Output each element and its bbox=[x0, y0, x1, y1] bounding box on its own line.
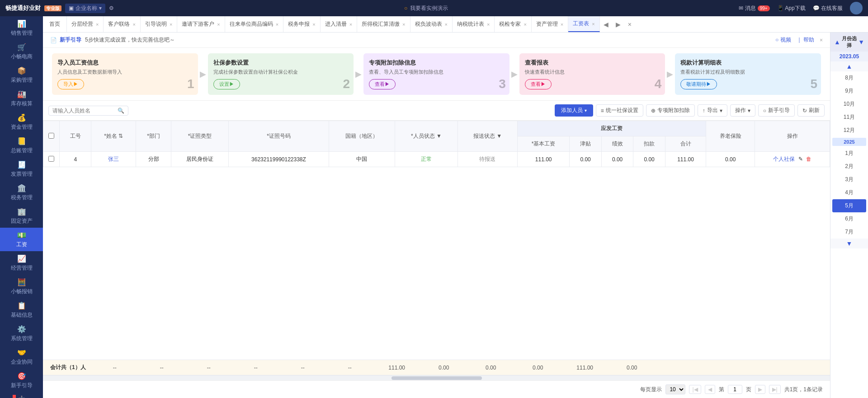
sidebar-item-system[interactable]: ⚙️ 系统管理 bbox=[0, 322, 43, 345]
sidebar-item-purchase[interactable]: 📦 采购管理 bbox=[0, 63, 43, 87]
sidebar-item-invoice[interactable]: 🧾 发票管理 bbox=[0, 157, 43, 181]
tab-tax-report[interactable]: 税务申报 × bbox=[283, 16, 320, 32]
sidebar-item-finance[interactable]: 💰 资金管理 bbox=[0, 110, 43, 134]
tab-tax-exempt[interactable]: 税负波动表 × bbox=[410, 16, 453, 32]
sidebar-item-xiaochang[interactable]: 🛒 小畅电商 bbox=[0, 40, 43, 63]
page-first-btn[interactable]: |◀ bbox=[689, 385, 701, 394]
sidebar-item-sales[interactable]: 📊 销售管理 bbox=[0, 16, 43, 40]
page-next-btn[interactable]: ▶ bbox=[755, 385, 765, 394]
tab-nav-next[interactable]: ▶ bbox=[612, 21, 624, 28]
online-service-btn[interactable]: 💬 在线客服 bbox=[813, 5, 843, 12]
wizard-step-2-btn[interactable]: 设置▶ bbox=[213, 79, 240, 89]
user-switcher[interactable]: ▣ 企业名称 ▾ bbox=[65, 4, 105, 13]
month-10[interactable]: 10月 bbox=[830, 98, 868, 111]
page-number-input[interactable] bbox=[728, 385, 742, 394]
tab-partition[interactable]: 分层经营 × bbox=[67, 16, 104, 32]
tab-close-taxstat[interactable]: × bbox=[487, 22, 490, 27]
month-picker-nav-up[interactable]: ▲ bbox=[830, 61, 868, 71]
action-individual[interactable]: 个人社保 bbox=[773, 156, 795, 162]
month-picker-down[interactable]: ▼ bbox=[858, 38, 864, 46]
sidebar-item-fixed[interactable]: 🏢 固定资产 bbox=[0, 204, 43, 228]
month-4[interactable]: 4月 bbox=[830, 186, 868, 199]
action-delete[interactable]: 🗑 bbox=[806, 156, 811, 162]
special-deduction-btn[interactable]: ⊕ 专项附加扣除 bbox=[646, 104, 695, 117]
month-5-active[interactable]: 5月 bbox=[832, 199, 866, 212]
export-btn[interactable]: ↑ 导出 ▾ bbox=[698, 104, 727, 117]
tab-salary[interactable]: 工资表 × bbox=[568, 16, 599, 32]
sidebar-item-general[interactable]: 📒 总账管理 bbox=[0, 134, 43, 157]
month-3[interactable]: 3月 bbox=[830, 173, 868, 186]
tab-tax-calc[interactable]: 所得税汇算清缴 × bbox=[357, 16, 410, 32]
sidebar-item-expense[interactable]: 🧮 小畅报销 bbox=[0, 275, 43, 298]
wizard-step-1-btn[interactable]: 导入▶ bbox=[57, 79, 84, 89]
operations-btn[interactable]: 操作 ▾ bbox=[730, 104, 755, 117]
unified-settings-btn[interactable]: ≡ 统一社保设置 bbox=[596, 104, 643, 117]
month-2[interactable]: 2月 bbox=[830, 160, 868, 173]
month-8[interactable]: 8月 bbox=[830, 71, 868, 84]
settings-icon[interactable]: ⚙ bbox=[109, 5, 114, 11]
select-all-checkbox[interactable] bbox=[48, 133, 54, 139]
scroll-thumb[interactable] bbox=[392, 376, 482, 380]
sidebar-item-tax[interactable]: 🏛️ 税务管理 bbox=[0, 181, 43, 204]
row-checkbox[interactable] bbox=[48, 156, 54, 162]
sidebar-item-salary[interactable]: 💵 工资 bbox=[0, 228, 43, 251]
filter-status[interactable]: ▼ bbox=[436, 133, 442, 139]
user-avatar[interactable] bbox=[850, 2, 863, 14]
tab-close-asset[interactable]: × bbox=[561, 22, 563, 27]
demo-link[interactable]: ○ 我要看实例演示 bbox=[404, 5, 448, 12]
tab-tax-expert[interactable]: 税检专家 × bbox=[495, 16, 531, 32]
month-11[interactable]: 11月 bbox=[830, 111, 868, 124]
tab-close-goods[interactable]: × bbox=[276, 22, 278, 27]
tab-guide[interactable]: 引导说明 × bbox=[141, 16, 177, 32]
guide-video-btn[interactable]: ○ 视频 bbox=[775, 36, 791, 44]
tab-close-taxexempt[interactable]: × bbox=[445, 22, 448, 27]
month-6[interactable]: 6月 bbox=[830, 212, 868, 225]
month-12[interactable]: 12月 bbox=[830, 124, 868, 137]
tab-invite[interactable]: 邀请下游客户 × bbox=[177, 16, 225, 32]
tab-close-invite[interactable]: × bbox=[217, 22, 220, 27]
tab-close-clearance[interactable]: × bbox=[349, 22, 352, 27]
tab-customer[interactable]: 客户联络 × bbox=[104, 16, 140, 32]
page-prev-btn[interactable]: ◀ bbox=[705, 385, 715, 394]
sidebar-item-newguide[interactable]: 🎯 新手引导 bbox=[0, 369, 43, 392]
tab-goods-code[interactable]: 往来单位商品编码 × bbox=[225, 16, 283, 32]
scroll-track[interactable] bbox=[43, 375, 830, 380]
tab-asset[interactable]: 资产管理 × bbox=[532, 16, 568, 32]
sidebar-item-inventory[interactable]: 🏭 库存核算 bbox=[0, 87, 43, 110]
tab-close-taxcalc[interactable]: × bbox=[402, 22, 405, 27]
tab-close-tax[interactable]: × bbox=[312, 22, 315, 27]
tab-close-all[interactable]: × bbox=[624, 21, 635, 28]
month-picker-up[interactable]: ▲ bbox=[834, 38, 840, 46]
tab-tax-stat[interactable]: 纳税统计表 × bbox=[453, 16, 495, 32]
tab-home[interactable]: 首页 bbox=[43, 16, 67, 32]
filter-send[interactable]: ▼ bbox=[496, 133, 502, 139]
refresh-btn[interactable]: ↻ 刷新 bbox=[797, 104, 825, 117]
add-employee-btn[interactable]: 添加人员 ▾ bbox=[555, 104, 593, 117]
wizard-step-4-btn[interactable]: 查看▶ bbox=[525, 79, 552, 89]
message-btn[interactable]: ✉ 消息 99+ bbox=[739, 5, 770, 12]
search-input[interactable] bbox=[52, 108, 116, 114]
wizard-step-3-btn[interactable]: 查看▶ bbox=[369, 79, 396, 89]
search-icon[interactable]: 🔍 bbox=[118, 108, 124, 114]
month-1[interactable]: 1月 bbox=[830, 147, 868, 160]
month-picker-nav-down[interactable]: ▼ bbox=[830, 239, 868, 248]
tab-clearance[interactable]: 进入清册 × bbox=[321, 16, 357, 32]
sidebar-item-smart[interactable]: 🤖 智能管理 bbox=[0, 392, 43, 398]
action-edit[interactable]: ✎ bbox=[798, 156, 803, 162]
new-guide-btn[interactable]: ○ 新手引导 bbox=[758, 104, 795, 117]
page-last-btn[interactable]: ▶| bbox=[769, 385, 781, 394]
sidebar-item-collab[interactable]: 🤝 企业协同 bbox=[0, 345, 43, 369]
tab-nav-prev[interactable]: ◀ bbox=[600, 21, 612, 28]
app-download-btn[interactable]: 📱 App下载 bbox=[777, 5, 806, 12]
page-size-select[interactable]: 10 20 50 bbox=[665, 384, 685, 394]
month-7[interactable]: 7月 bbox=[830, 225, 868, 239]
sidebar-item-basic[interactable]: 📋 基础信息 bbox=[0, 298, 43, 322]
tab-close-guide[interactable]: × bbox=[170, 22, 172, 27]
sidebar-item-operation[interactable]: 📈 经营管理 bbox=[0, 251, 43, 275]
guide-close-btn[interactable]: × bbox=[820, 37, 823, 43]
wizard-step-5-btn[interactable]: 敬请期待▶ bbox=[680, 79, 717, 89]
tab-close-partition[interactable]: × bbox=[96, 22, 99, 27]
tab-close-taxexpert[interactable]: × bbox=[524, 22, 526, 27]
tab-close-customer[interactable]: × bbox=[132, 22, 135, 27]
sort-name[interactable]: ⇅ bbox=[118, 133, 123, 139]
